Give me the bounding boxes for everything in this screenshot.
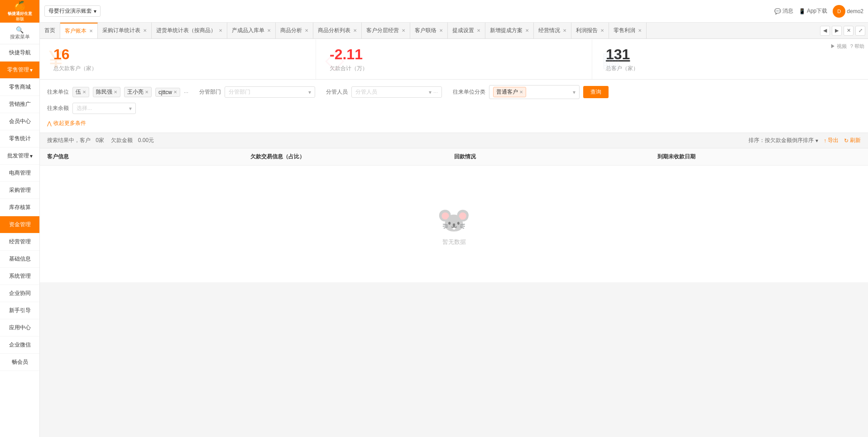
- tab-close-retail-profit[interactable]: ✕: [638, 28, 642, 33]
- tab-close-customer-contact[interactable]: ✕: [439, 28, 443, 33]
- tab-close-customer-account[interactable]: ✕: [89, 28, 93, 33]
- tab-customer-contact[interactable]: 客户联络 ✕: [410, 23, 448, 39]
- tab-close-profit-report[interactable]: ✕: [600, 28, 604, 33]
- tab-operation-status[interactable]: 经营情况 ✕: [534, 23, 571, 39]
- filter-tag-unit-2: 王小亮 ✕: [124, 87, 152, 97]
- user-avatar-area[interactable]: D demo2: [833, 5, 863, 18]
- sidebar-item-quick-nav[interactable]: 快捷导航: [0, 44, 39, 62]
- filter-person-placeholder: 分管人员: [355, 88, 377, 96]
- tab-scroll-left[interactable]: ◀: [820, 26, 830, 36]
- filter-label-unit: 往来单位: [47, 88, 69, 96]
- sidebar-item-app-center[interactable]: 应用中心: [0, 319, 39, 337]
- sidebar-item-search[interactable]: 🔍 搜索菜单: [0, 23, 39, 44]
- data-table: 客户信息 欠款交易信息（占比） 回款情况 到期未收款日期 🐭 暂无数据: [40, 148, 868, 282]
- collapse-btn[interactable]: ⋀ 收起更多条件: [47, 119, 861, 127]
- chevron-down-icon: ▾: [94, 8, 96, 14]
- filter-more-btn[interactable]: ···: [184, 89, 188, 95]
- chevron-up-icon: ⋀: [47, 120, 52, 127]
- tab-raise-settings[interactable]: 提成设置 ✕: [448, 23, 485, 39]
- tabbar-controls: ◀ ▶ ✕ ⤢: [817, 26, 868, 36]
- results-customer-count: 0家: [96, 137, 104, 143]
- help-btn[interactable]: ? 帮助: [850, 43, 864, 50]
- col-header-repayment: 回款情况: [454, 153, 657, 161]
- empty-icon: 🐭: [436, 202, 472, 238]
- sidebar-item-retail-stats[interactable]: 零售统计: [0, 130, 39, 147]
- remove-tag-unit-0[interactable]: ✕: [82, 90, 86, 95]
- tab-maximize[interactable]: ⤢: [855, 26, 865, 36]
- sidebar-item-inventory-check[interactable]: 库存核算: [0, 199, 39, 216]
- remove-tag-unit-3[interactable]: ✕: [173, 90, 177, 95]
- refresh-icon: ↻: [844, 138, 849, 144]
- refresh-btn[interactable]: ↻ 刷新: [844, 137, 861, 144]
- sidebar-logo: 🍊 畅捷通好生意 标版: [0, 0, 39, 23]
- tab-home[interactable]: 首页: [40, 23, 60, 39]
- filter-row-1: 往来单位 伍 ✕ 陈民强 ✕ 王小亮 ✕ cjttcw ✕ ···: [47, 85, 861, 99]
- more-icon: ···: [433, 89, 438, 95]
- stat-help-area: ▶ 视频 ? 帮助: [830, 43, 864, 50]
- sidebar-item-member-center[interactable]: 会员中心: [0, 113, 39, 130]
- filter-area: 往来单位 伍 ✕ 陈民强 ✕ 王小亮 ✕ cjttcw ✕ ···: [40, 80, 868, 133]
- tab-product-analysis-list[interactable]: 商品分析列表 ✕: [313, 23, 362, 39]
- empty-state: 🐭 暂无数据: [40, 166, 868, 282]
- video-icon: ▶: [830, 43, 835, 49]
- filter-label-unit-class: 往来单位分类: [453, 88, 485, 96]
- tab-product-inbound[interactable]: 产成品入库单 ✕: [227, 23, 276, 39]
- remove-tag-unit-1[interactable]: ✕: [114, 90, 117, 95]
- tab-purchase-order-stats[interactable]: 采购订单统计表 ✕: [98, 23, 152, 39]
- sidebar-item-basic-info[interactable]: 基础信息: [0, 251, 39, 268]
- remove-tag-unit-2[interactable]: ✕: [145, 90, 149, 95]
- tab-close-product-inbound[interactable]: ✕: [267, 28, 271, 33]
- page-content: ¥ 16 总欠款客户（家） ◇ -2.11 欠款合计（万） ▦ 131 总客户（…: [40, 39, 868, 437]
- sidebar-item-capital-mgmt[interactable]: 资金管理: [0, 216, 39, 233]
- sidebar-item-ecommerce-mgmt[interactable]: 电商管理: [0, 165, 39, 182]
- sort-label: 排序：按欠款金额倒序排序: [748, 137, 814, 144]
- col-header-customer-info: 客户信息: [47, 153, 250, 161]
- tab-close-purchase-order-stats[interactable]: ✕: [143, 28, 147, 33]
- sidebar-item-marketing[interactable]: 营销推广: [0, 96, 39, 113]
- download-icon: 📱: [799, 8, 806, 14]
- video-help-btn[interactable]: ▶ 视频: [830, 43, 847, 50]
- tab-retail-profit[interactable]: 零售利润 ✕: [609, 23, 647, 39]
- filter-select-unit-class[interactable]: 普通客户 ✕ ▾: [489, 85, 580, 99]
- tab-product-analysis[interactable]: 商品分析 ✕: [276, 23, 313, 39]
- tab-close-all[interactable]: ✕: [844, 26, 854, 36]
- filter-tag-unit-class: 普通客户 ✕: [493, 87, 526, 97]
- tab-customer-tier[interactable]: 客户分层经营 ✕: [362, 23, 410, 39]
- message-icon: 💬: [774, 8, 781, 14]
- tab-close-new-raise-plan[interactable]: ✕: [525, 28, 529, 33]
- chevron-down-icon: ▾: [30, 153, 33, 159]
- sidebar-item-retail-mgmt[interactable]: 零售管理 ▾: [0, 62, 39, 79]
- tab-close-product-analysis-list[interactable]: ✕: [353, 28, 357, 33]
- tab-scroll-right[interactable]: ▶: [832, 26, 842, 36]
- tab-purchase-stats-product[interactable]: 进货单统计表（按商品） ✕: [152, 23, 227, 39]
- tab-close-customer-tier[interactable]: ✕: [402, 28, 405, 33]
- table-header: 客户信息 欠款交易信息（占比） 回款情况 到期未收款日期: [40, 148, 868, 166]
- collapse-area: ⋀ 收起更多条件: [47, 118, 861, 129]
- tab-close-product-analysis[interactable]: ✕: [305, 28, 308, 33]
- sidebar-item-vip-member[interactable]: 畅会员: [0, 354, 39, 371]
- sidebar-item-enterprise-coop[interactable]: 企业协同: [0, 285, 39, 302]
- export-btn[interactable]: ↑ 导出: [824, 137, 839, 144]
- sidebar-item-retail-mall[interactable]: 零售商城: [0, 79, 39, 96]
- tab-close-purchase-stats-product[interactable]: ✕: [219, 28, 222, 33]
- query-button[interactable]: 查询: [583, 86, 609, 98]
- sidebar-item-batch-mgmt[interactable]: 批发管理 ▾: [0, 147, 39, 165]
- sidebar-item-new-user-guide[interactable]: 新手引导: [0, 302, 39, 319]
- message-btn[interactable]: 💬 消息: [774, 7, 793, 15]
- filter-select-dept[interactable]: 分管部门 ▾: [225, 86, 315, 98]
- sidebar-item-system-mgmt[interactable]: 系统管理: [0, 268, 39, 285]
- remove-tag-unit-class[interactable]: ✕: [519, 90, 523, 95]
- account-selector[interactable]: 母婴行业演示账套 ▾: [44, 5, 101, 17]
- sort-selector[interactable]: 排序：按欠款金额倒序排序 ▾: [748, 137, 818, 144]
- filter-select-balance[interactable]: 选择... ▾: [72, 103, 136, 114]
- sidebar-item-enterprise-wechat[interactable]: 企业微信: [0, 337, 39, 354]
- filter-select-person[interactable]: 分管人员 ▾ ···: [351, 86, 442, 98]
- tab-new-raise-plan[interactable]: 新增提成方案 ✕: [485, 23, 534, 39]
- tab-customer-account[interactable]: 客户账本 ✕: [60, 23, 98, 39]
- sidebar-item-purchase-mgmt[interactable]: 采购管理: [0, 182, 39, 199]
- tab-profit-report[interactable]: 利润报告 ✕: [571, 23, 609, 39]
- tab-close-raise-settings[interactable]: ✕: [477, 28, 480, 33]
- sidebar-item-operation-mgmt[interactable]: 经营管理: [0, 233, 39, 251]
- tab-close-operation-status[interactable]: ✕: [563, 28, 566, 33]
- app-download-btn[interactable]: 📱 App下载: [799, 7, 827, 15]
